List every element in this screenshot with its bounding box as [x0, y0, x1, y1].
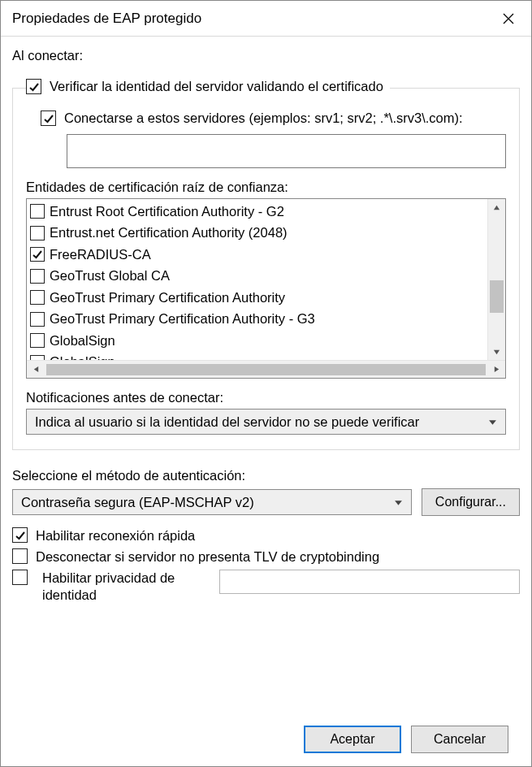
- check-icon: [32, 249, 43, 260]
- chevron-left-icon: [32, 366, 40, 373]
- notify-value: Indica al usuario si la identidad del se…: [35, 414, 419, 430]
- ca-item-label: GlobalSign: [50, 333, 115, 349]
- verify-cert-label: Verificar la identidad del servidor vali…: [50, 79, 383, 94]
- ca-item-label: Entrust Root Certification Authority - G…: [50, 204, 284, 219]
- scroll-down-button[interactable]: [488, 344, 505, 360]
- disconnect-tlv-row: Desconectar si servidor no presenta TLV …: [12, 548, 520, 565]
- close-button[interactable]: [497, 7, 520, 30]
- verify-cert-checkbox[interactable]: [26, 79, 41, 94]
- auth-row: Contraseña segura (EAP-MSCHAP v2) Config…: [12, 488, 520, 516]
- chevron-down-icon: [394, 495, 403, 510]
- ca-item-checkbox[interactable]: [30, 247, 45, 262]
- ca-list-item[interactable]: GlobalSign: [30, 330, 487, 352]
- svg-marker-3: [494, 349, 500, 353]
- fast-reconnect-row: Habilitar reconexión rápida: [12, 527, 520, 544]
- fast-reconnect-label: Habilitar reconexión rápida: [36, 527, 195, 544]
- scroll-left-button[interactable]: [27, 361, 45, 378]
- ca-list-item[interactable]: FreeRADIUS-CA: [30, 244, 487, 266]
- chevron-down-icon: [493, 349, 500, 356]
- vertical-scrollbar[interactable]: [487, 199, 505, 360]
- ca-item-label: Entrust.net Certification Authority (204…: [50, 225, 288, 240]
- peap-properties-dialog: Propiedades de EAP protegido Al conectar…: [0, 0, 532, 767]
- identity-privacy-label: Habilitar privacidad de identidad: [42, 570, 213, 603]
- horizontal-scrollbar[interactable]: [27, 360, 505, 378]
- notify-label: Notificaciones antes de conectar:: [26, 390, 506, 405]
- fast-reconnect-checkbox[interactable]: [12, 527, 28, 543]
- verify-cert-row: Verificar la identidad del servidor vali…: [26, 79, 390, 94]
- trusted-ca-list[interactable]: Entrust Root Certification Authority - G…: [26, 198, 506, 379]
- connect-header: Al conectar:: [12, 48, 520, 63]
- chevron-down-icon: [488, 414, 497, 430]
- ca-item-checkbox[interactable]: [30, 290, 45, 305]
- ca-item-label: GlobalSign: [50, 354, 115, 360]
- scroll-thumb[interactable]: [490, 280, 504, 313]
- ca-list-item[interactable]: GeoTrust Primary Certification Authority: [30, 287, 487, 309]
- ca-list-item[interactable]: GeoTrust Primary Certification Authority…: [30, 309, 487, 331]
- chevron-up-icon: [493, 204, 500, 211]
- scroll-up-button[interactable]: [488, 199, 505, 215]
- ca-list-item[interactable]: GeoTrust Global CA: [30, 266, 487, 288]
- chevron-right-icon: [493, 366, 500, 373]
- svg-marker-4: [33, 366, 37, 372]
- auth-method-value: Contraseña segura (EAP-MSCHAP v2): [21, 495, 254, 510]
- close-icon: [503, 13, 514, 24]
- servers-input-wrap: [67, 126, 506, 168]
- ca-item-label: GeoTrust Primary Certification Authority…: [50, 311, 315, 327]
- trusted-ca-label: Entidades de certificación raíz de confi…: [26, 180, 506, 195]
- scroll-right-button[interactable]: [487, 361, 505, 378]
- svg-marker-2: [494, 205, 500, 209]
- ok-button[interactable]: Aceptar: [304, 726, 401, 753]
- disconnect-tlv-checkbox[interactable]: [12, 548, 28, 564]
- cancel-button[interactable]: Cancelar: [411, 726, 508, 753]
- auth-label: Seleccione el método de autenticación:: [12, 468, 520, 483]
- connect-servers-label: Conectarse a estos servidores (ejemplos:…: [64, 110, 463, 126]
- ca-item-checkbox[interactable]: [30, 333, 45, 348]
- ca-item-label: GeoTrust Primary Certification Authority: [50, 290, 285, 306]
- hscroll-thumb[interactable]: [46, 364, 486, 375]
- disconnect-tlv-label: Desconectar si servidor no presenta TLV …: [36, 548, 379, 565]
- check-icon: [28, 81, 40, 93]
- trusted-ca-list-content: Entrust Root Certification Authority - G…: [27, 199, 505, 360]
- svg-marker-7: [395, 500, 402, 505]
- identity-privacy-row: Habilitar privacidad de identidad: [12, 570, 520, 603]
- connect-servers-checkbox[interactable]: [41, 110, 56, 126]
- ca-item-checkbox[interactable]: [30, 226, 45, 240]
- window-title: Propiedades de EAP protegido: [12, 11, 201, 27]
- ca-list-item[interactable]: Entrust Root Certification Authority - G…: [30, 201, 487, 223]
- ca-item-label: GeoTrust Global CA: [50, 268, 170, 284]
- identity-privacy-input[interactable]: [219, 570, 520, 594]
- servers-input[interactable]: [67, 134, 506, 168]
- ca-item-checkbox[interactable]: [30, 312, 45, 327]
- ca-list-item[interactable]: Entrust.net Certification Authority (204…: [30, 223, 487, 245]
- titlebar: Propiedades de EAP protegido: [1, 1, 531, 37]
- configure-button[interactable]: Configurar...: [422, 488, 520, 516]
- auth-method-combo[interactable]: Contraseña segura (EAP-MSCHAP v2): [12, 489, 412, 515]
- ca-item-checkbox[interactable]: [30, 269, 45, 284]
- connect-group: Verificar la identidad del servidor vali…: [12, 88, 520, 450]
- options: Habilitar reconexión rápida Desconectar …: [12, 527, 520, 603]
- connect-servers-row: Conectarse a estos servidores (ejemplos:…: [41, 110, 506, 126]
- check-icon: [15, 530, 26, 541]
- dialog-footer: Aceptar Cancelar: [12, 711, 520, 766]
- ca-item-checkbox[interactable]: [30, 204, 45, 219]
- svg-marker-6: [489, 420, 496, 425]
- check-icon: [43, 113, 54, 124]
- svg-marker-5: [494, 366, 498, 372]
- ca-item-label: FreeRADIUS-CA: [50, 247, 151, 262]
- dialog-body: Al conectar: Verificar la identidad del …: [1, 37, 531, 766]
- identity-privacy-checkbox[interactable]: [12, 570, 28, 585]
- ca-list-item[interactable]: GlobalSign: [30, 352, 487, 361]
- notify-combo[interactable]: Indica al usuario si la identidad del se…: [26, 409, 506, 435]
